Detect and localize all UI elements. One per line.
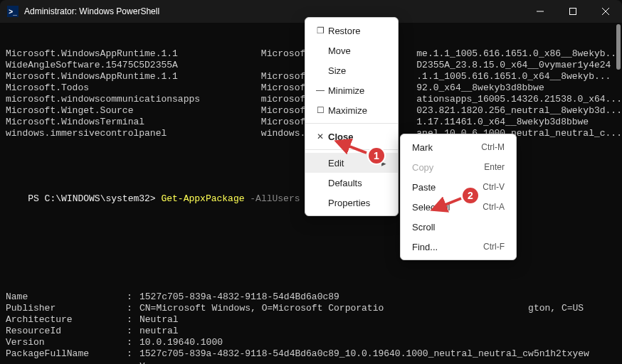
annotation-badge-2: 2: [461, 186, 480, 205]
close-icon: ✕: [312, 132, 328, 141]
annotation-badge-1: 1: [367, 146, 386, 165]
property-row: Architecture:Neutral: [6, 314, 616, 326]
system-menu: ❐ Restore Move Size — Minimize ☐ Maximiz…: [305, 17, 399, 216]
minimize-icon: —: [312, 85, 328, 95]
menu-mark[interactable]: Mark Ctrl-M: [401, 137, 516, 157]
prompt-path: PS C:\WINDOWS\system32>: [28, 193, 155, 204]
maximize-icon: ☐: [312, 105, 328, 115]
edit-submenu: Mark Ctrl-M Copy Enter Paste Ctrl-V Sele…: [400, 134, 517, 260]
scrollbar-thumb[interactable]: [616, 24, 621, 70]
property-row: Name:1527c705-839a-4832-9118-54d4Bd6a0c8…: [6, 291, 616, 303]
menu-defaults[interactable]: Defaults: [305, 173, 398, 193]
close-button[interactable]: [589, 0, 622, 23]
menu-select-all[interactable]: Select All Ctrl-A: [401, 197, 516, 217]
window-controls: [524, 0, 622, 23]
window-title: Administrator: Windows PowerShell: [24, 6, 159, 16]
menu-properties[interactable]: Properties: [305, 193, 398, 213]
menu-separator: [305, 123, 398, 124]
menu-close[interactable]: ✕ Close: [305, 127, 398, 146]
property-row: y: [6, 360, 616, 364]
restore-icon: ❐: [312, 26, 328, 36]
property-row: ResourceId:neutral: [6, 326, 616, 337]
property-row: PackageFullName:1527c705-839a-4832-9118-…: [6, 348, 616, 360]
menu-find[interactable]: Find... Ctrl-F: [401, 237, 516, 257]
menu-maximize[interactable]: ☐ Maximize: [305, 100, 398, 120]
menu-move[interactable]: Move: [305, 41, 398, 60]
menu-minimize[interactable]: — Minimize: [305, 80, 398, 100]
menu-copy: Copy Enter: [401, 157, 516, 177]
menu-paste[interactable]: Paste Ctrl-V: [401, 177, 516, 197]
minimize-button[interactable]: [524, 0, 557, 23]
menu-scroll[interactable]: Scroll: [401, 217, 516, 237]
svg-rect-1: [570, 9, 576, 15]
powershell-icon: >_: [7, 6, 19, 17]
menu-size[interactable]: Size: [305, 60, 398, 80]
maximize-button[interactable]: [557, 0, 589, 23]
menu-restore[interactable]: ❐ Restore: [305, 21, 398, 41]
prompt-command: Get-AppxPackage: [161, 193, 244, 204]
property-row: Version:10.0.19640.1000: [6, 337, 616, 348]
scrollbar[interactable]: [613, 24, 621, 361]
prompt-flag: -AllUsers: [250, 193, 300, 204]
property-row: Publisher:CN=Microsoft Windows, O=Micros…: [6, 303, 616, 314]
